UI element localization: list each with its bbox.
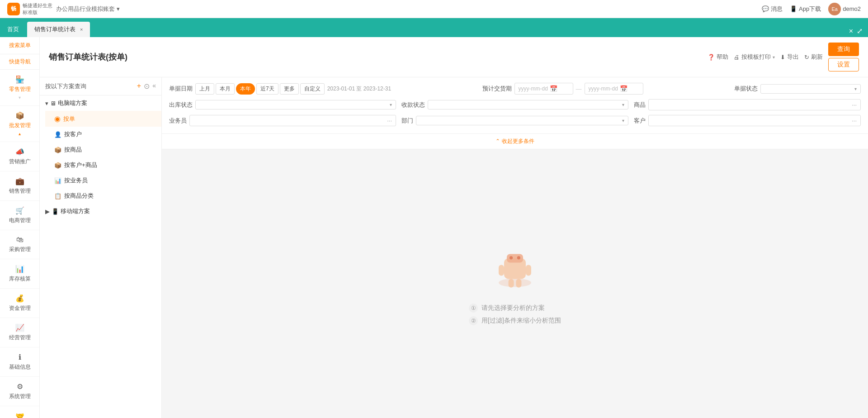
tree-group-desktop-label: 电脑端方案 <box>58 99 87 107</box>
salesperson-select[interactable]: ··· <box>189 115 396 126</box>
tree-item-by-salesperson[interactable]: 📊 按业务员 <box>45 173 161 188</box>
delivery-date-label: 预计交货期 <box>482 85 512 93</box>
tree-group-desktop[interactable]: ▾ 🖥 电脑端方案 <box>40 95 161 111</box>
outbound-select[interactable]: ▾ <box>195 100 396 109</box>
tab-sales-report[interactable]: 销售订单统计表 × <box>27 22 90 37</box>
sidebar-item-marketing[interactable]: 📣 营销推广 <box>0 142 39 171</box>
system-label: 系统管理 <box>9 393 31 400</box>
tree-item-by-category[interactable]: 📋 按商品分类 <box>45 188 161 204</box>
btn-this-month[interactable]: 本月 <box>216 83 235 95</box>
sidebar-item-basic-info[interactable]: ℹ 基础信息 <box>0 347 39 377</box>
salesperson-label: 业务员 <box>169 117 187 125</box>
by-product-label: 按商品 <box>64 146 82 154</box>
settings-button[interactable]: 设置 <box>828 58 859 71</box>
doc-status-label: 单据状态 <box>734 85 758 93</box>
btn-custom[interactable]: 自定义 <box>300 83 325 95</box>
avatar: Ea <box>828 3 841 15</box>
logo-area: 畅 畅捷通好生意 标准版 <box>7 2 52 15</box>
breadcrumb: 办公用品行业模拟账套 ▾ <box>56 5 120 13</box>
left-panel-header: 按以下方案查询 + ⊙ « <box>40 77 161 95</box>
svg-rect-6 <box>526 265 531 276</box>
message-btn[interactable]: 💬 消息 <box>762 5 783 13</box>
sidebar-item-purchase[interactable]: 🛍 采购管理 <box>0 230 39 259</box>
tab-close-icon[interactable]: × <box>80 27 83 32</box>
tree-item-by-product[interactable]: 📦 按商品 <box>45 142 161 157</box>
tree-group-mobile[interactable]: ▶ 📱 移动端方案 <box>40 204 161 219</box>
inventory-icon: 📊 <box>15 265 24 273</box>
sidebar-item-finance[interactable]: 💰 资金管理 <box>0 289 39 318</box>
sidebar-item-sales[interactable]: 💼 销售管理 <box>0 171 39 201</box>
collapse-bar[interactable]: ⌃ 收起更多条件 <box>162 133 868 149</box>
product-select[interactable]: ··· <box>648 99 861 110</box>
btn-last-month[interactable]: 上月 <box>195 83 214 95</box>
finance-icon: 💰 <box>15 294 24 303</box>
sidebar-item-system[interactable]: ⚙ 系统管理 <box>0 377 39 406</box>
delivery-date-to[interactable]: yyyy-mm-dd 📅 <box>585 83 643 95</box>
btn-more[interactable]: 更多 <box>280 83 299 95</box>
sidebar-item-retail[interactable]: 🏪 零售管理 ▾ <box>0 70 39 106</box>
breadcrumb-arrow[interactable]: ▾ <box>117 5 120 12</box>
sidebar-search[interactable]: 搜索菜单 <box>0 37 39 54</box>
export-label: 导出 <box>787 53 799 61</box>
by-cp-label: 按客户+商品 <box>64 161 97 169</box>
refresh-btn[interactable]: ↻ 刷新 <box>804 53 823 61</box>
ecommerce-label: 电商管理 <box>9 217 31 224</box>
export-btn[interactable]: ⬇ 导出 <box>780 53 799 61</box>
tree-item-by-customer-product[interactable]: 📦 按客户+商品 <box>45 157 161 173</box>
sidebar-quick-nav[interactable]: 快捷导航 <box>0 54 39 70</box>
app-download-btn[interactable]: 📱 App下载 <box>790 5 821 13</box>
field-delivery-date: 预计交货期 yyyy-mm-dd 📅 — yyyy-mm-dd 📅 <box>482 83 643 95</box>
payment-arrow: ▾ <box>622 102 624 107</box>
by-customer-label: 按客户 <box>64 130 82 138</box>
by-cat-icon: 📋 <box>54 193 61 200</box>
svg-rect-7 <box>509 279 514 288</box>
right-content: 单据日期 上月 本月 本年 近7天 更多 自定义 2023-01-01 至 20… <box>162 77 868 418</box>
filter-box: 单据日期 上月 本月 本年 近7天 更多 自定义 2023-01-01 至 20… <box>162 77 868 149</box>
btn-this-year[interactable]: 本年 <box>236 83 255 95</box>
department-select[interactable]: ▾ <box>416 116 628 125</box>
wholesale-label: 批发管理 <box>9 122 31 129</box>
payment-select[interactable]: ▾ <box>428 100 628 109</box>
tree-item-by-order[interactable]: ◉ 按单 <box>45 111 161 127</box>
wholesale-arrow: ▴ <box>19 131 21 136</box>
sidebar-item-wholesale[interactable]: 📦 批发管理 ▴ <box>0 106 39 142</box>
print-label: 按模板打印 <box>741 53 771 61</box>
tab-close-window[interactable]: × <box>849 27 853 35</box>
tab-home[interactable]: 首页 <box>0 22 26 37</box>
sidebar-item-business[interactable]: 📈 经营管理 <box>0 318 39 347</box>
page-title: 销售订单统计表(按单) <box>49 52 127 68</box>
user-profile-btn[interactable]: Ea demo2 <box>828 3 861 15</box>
add-plan-icon[interactable]: + <box>137 82 141 90</box>
top-bar: 畅 畅捷通好生意 标准版 办公用品行业模拟账套 ▾ 💬 消息 📱 App下载 E… <box>0 0 868 18</box>
page-header: 销售订单统计表(按单) ❓ 帮助 🖨 按模板打印 ▾ ⬇ 导出 ↻ 刷新 <box>40 37 868 77</box>
collapse-panel-icon[interactable]: « <box>152 82 156 90</box>
tree-item-by-customer[interactable]: 👤 按客户 <box>45 127 161 142</box>
help-icon: ❓ <box>708 54 715 61</box>
payment-label: 收款状态 <box>401 101 425 109</box>
product-label: 商品 <box>634 101 646 109</box>
empty-tips: ① 请先选择要分析的方案 ② 用[过滤]条件来缩小分析范围 <box>469 304 561 325</box>
edit-plan-icon[interactable]: ⊙ <box>144 82 150 90</box>
btn-last-7-days[interactable]: 近7天 <box>256 83 278 95</box>
customer-label: 客户 <box>634 117 646 125</box>
tab-maximize[interactable]: ⤢ <box>857 27 863 35</box>
purchase-icon: 🛍 <box>16 236 24 244</box>
sidebar-item-enterprise[interactable]: 🤝 企业协同 <box>0 406 39 418</box>
retail-icon: 🏪 <box>15 75 24 84</box>
query-button[interactable]: 查询 <box>828 43 859 56</box>
delivery-date-from[interactable]: yyyy-mm-dd 📅 <box>514 83 573 95</box>
tip-num-1: ① <box>469 304 478 313</box>
customer-select[interactable]: ··· <box>648 115 861 126</box>
sidebar-item-ecommerce[interactable]: 🛒 电商管理 <box>0 201 39 230</box>
help-btn[interactable]: ❓ 帮助 <box>708 53 728 61</box>
tree-group-desktop-icon: 🖥 <box>50 100 56 107</box>
basic-info-icon: ℹ <box>19 353 21 361</box>
doc-status-select[interactable]: ▾ <box>760 84 861 94</box>
sidebar-item-inventory[interactable]: 📊 库存核算 <box>0 259 39 289</box>
finance-label: 资金管理 <box>9 304 31 312</box>
top-bar-left: 畅 畅捷通好生意 标准版 办公用品行业模拟账套 ▾ <box>7 2 120 15</box>
sales-label: 销售管理 <box>9 187 31 195</box>
content-area: 销售订单统计表(按单) ❓ 帮助 🖨 按模板打印 ▾ ⬇ 导出 ↻ 刷新 <box>40 37 868 418</box>
app-label: App下载 <box>799 5 821 13</box>
template-print-btn[interactable]: 🖨 按模板打印 ▾ <box>734 53 775 61</box>
